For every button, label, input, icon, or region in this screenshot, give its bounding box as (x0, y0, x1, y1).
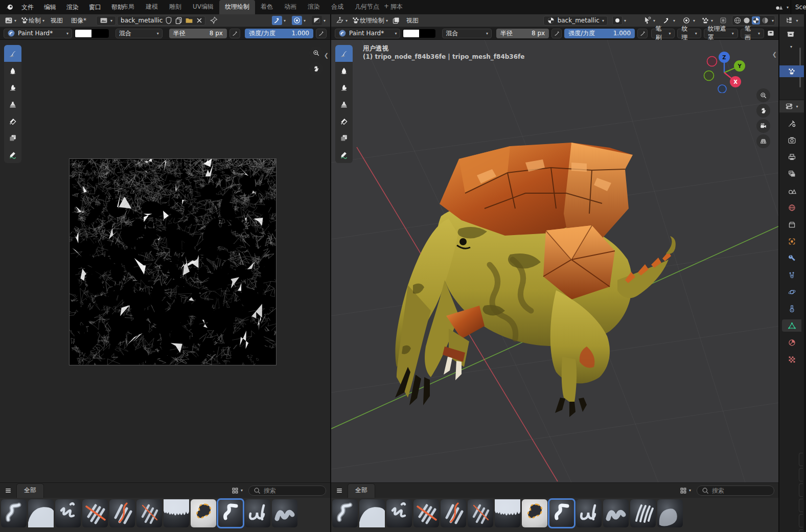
scene-icon[interactable] (775, 3, 783, 11)
mirror-options-button[interactable] (390, 16, 402, 25)
workspace-tab[interactable]: 合成 (326, 0, 349, 14)
shelf-tab-all[interactable]: 全部 (16, 483, 44, 498)
brush-thumbnail[interactable] (441, 499, 466, 527)
color-swatches[interactable] (403, 29, 435, 38)
solid-shading-button[interactable] (743, 16, 751, 25)
tool-button[interactable] (4, 129, 21, 146)
tool-button[interactable] (335, 129, 353, 146)
tool-button[interactable] (4, 45, 21, 62)
properties-tab[interactable] (782, 168, 801, 180)
strength-pressure-button[interactable] (316, 29, 327, 38)
image-editor-canvas[interactable]: ❮ (0, 40, 330, 482)
primary-color[interactable] (75, 30, 91, 37)
brush-thumbnail[interactable] (522, 499, 547, 527)
rendered-shading-button[interactable] (761, 16, 769, 25)
creature-model[interactable] (395, 143, 676, 417)
ortho-grid-button[interactable] (756, 134, 770, 148)
properties-tab[interactable] (782, 218, 801, 230)
gizmo-neg-z-axis[interactable] (718, 85, 726, 93)
properties-tab[interactable] (782, 184, 801, 197)
snap-toggle[interactable]: ▾ (270, 15, 287, 26)
view-menu[interactable]: 视图 (403, 14, 422, 27)
overlays-toggle[interactable] (718, 16, 729, 25)
blender-logo-icon[interactable] (3, 3, 16, 11)
brush-thumbnail[interactable] (413, 499, 439, 527)
gizmo-neg-x-axis[interactable] (707, 57, 717, 66)
blend-mode-select[interactable]: 混合▾ (442, 29, 492, 38)
shelf-display-button[interactable]: ▾ (229, 486, 244, 495)
brush-thumbnail[interactable] (603, 499, 629, 527)
brush-thumbnail[interactable] (657, 499, 683, 527)
unlink-image-icon[interactable] (195, 16, 203, 25)
shelf-search[interactable] (248, 485, 326, 496)
brush-thumbnail[interactable] (359, 499, 385, 527)
brush-thumbnail[interactable] (164, 499, 189, 527)
navigation-gizmo[interactable]: Z Y X (701, 46, 748, 93)
material-shading-button[interactable] (752, 16, 760, 25)
workspace-tab[interactable]: 渲染 (302, 0, 326, 14)
strength-slider[interactable]: 强度/力度1.000 (245, 29, 313, 38)
workspace-tab[interactable]: 建模 (140, 0, 164, 14)
paint-mode-select[interactable]: 绘制▾ (19, 16, 46, 26)
radius-slider[interactable]: 半径8 px (496, 29, 549, 38)
brush-select[interactable]: Paint Hard*▾ (4, 29, 72, 38)
sidebar-collapse-arrow[interactable]: ❮ (772, 51, 777, 58)
menubar-item[interactable]: 渲染 (61, 0, 84, 14)
scene-name[interactable]: Sce (791, 0, 806, 14)
editor-type-button[interactable]: ▾ (3, 16, 18, 25)
editor-type-button[interactable]: ▾ (334, 16, 349, 25)
brush-select[interactable]: Paint Hard*▾ (335, 29, 400, 38)
shelf-display-button[interactable]: ▾ (678, 486, 693, 495)
brush-thumbnail[interactable] (1, 499, 27, 527)
collection-expand-chevron[interactable]: ▾ (790, 44, 792, 49)
properties-tab[interactable] (782, 235, 801, 247)
image-menu[interactable]: 图像* (67, 14, 90, 27)
snap-toggle[interactable]: ▾ (660, 15, 677, 26)
strength-slider[interactable]: 强度/力度1.000 (564, 29, 635, 38)
shelf-menu-icon[interactable] (335, 487, 343, 495)
tool-button[interactable] (335, 79, 353, 96)
zoom-button[interactable] (756, 88, 770, 102)
workspace-tab[interactable]: 着色 (255, 0, 279, 14)
brush-thumbnail[interactable] (218, 499, 243, 527)
brush-thumbnail[interactable] (82, 499, 108, 527)
brush-thumbnail[interactable] (630, 499, 656, 527)
brush-thumbnail[interactable] (495, 499, 520, 527)
menubar-item[interactable]: 编辑 (39, 0, 61, 14)
tool-button[interactable] (335, 112, 353, 129)
proportional-edit-toggle[interactable]: ▾ (680, 15, 697, 26)
stencil-mask-button[interactable]: ▾ (611, 15, 628, 26)
search-input[interactable] (264, 487, 321, 494)
properties-tab[interactable] (782, 319, 801, 332)
display-channels-button[interactable]: ▾ (310, 15, 327, 26)
secondary-color[interactable] (419, 30, 435, 37)
properties-tab[interactable] (782, 201, 801, 214)
brush-thumbnail[interactable] (245, 499, 270, 527)
menubar-item[interactable]: 窗口 (84, 0, 106, 14)
image-browse-button[interactable]: ▾ (96, 16, 116, 26)
texture-mask-popover[interactable]: ▾ (700, 16, 715, 25)
camera-view-button[interactable] (756, 119, 770, 133)
show-overlays-popover[interactable]: ▾ (642, 16, 657, 25)
gizmo-neg-y-axis[interactable] (704, 71, 714, 81)
filter-box-icon[interactable] (787, 30, 795, 38)
sidebar-collapse-arrow[interactable]: ❮ (324, 52, 329, 59)
radius-pressure-button[interactable] (551, 29, 562, 38)
popover-button[interactable]: 笔刷▾ (651, 29, 675, 38)
workspace-tab[interactable]: 布局 (117, 0, 140, 14)
scene-chevron-icon[interactable]: ▾ (787, 5, 789, 10)
texture-slot-select[interactable]: back_metallic▾ (543, 16, 608, 26)
properties-tab[interactable] (782, 353, 801, 365)
brush-thumbnail[interactable] (109, 499, 135, 527)
color-swatches[interactable] (75, 29, 109, 38)
workspace-tab[interactable]: 纹理绘制 (219, 0, 255, 14)
image-name-field[interactable]: back_metallic (117, 16, 205, 26)
outliner-icon[interactable] (785, 16, 793, 25)
fake-user-shield-icon[interactable] (165, 16, 173, 25)
properties-tab[interactable] (782, 286, 801, 298)
shelf-tab-all[interactable]: 全部 (348, 483, 375, 498)
secondary-color[interactable] (91, 30, 108, 37)
proportional-edit-toggle[interactable]: ▾ (290, 15, 307, 26)
view-menu[interactable]: 视图 (47, 14, 66, 27)
pan-button[interactable] (309, 62, 323, 76)
